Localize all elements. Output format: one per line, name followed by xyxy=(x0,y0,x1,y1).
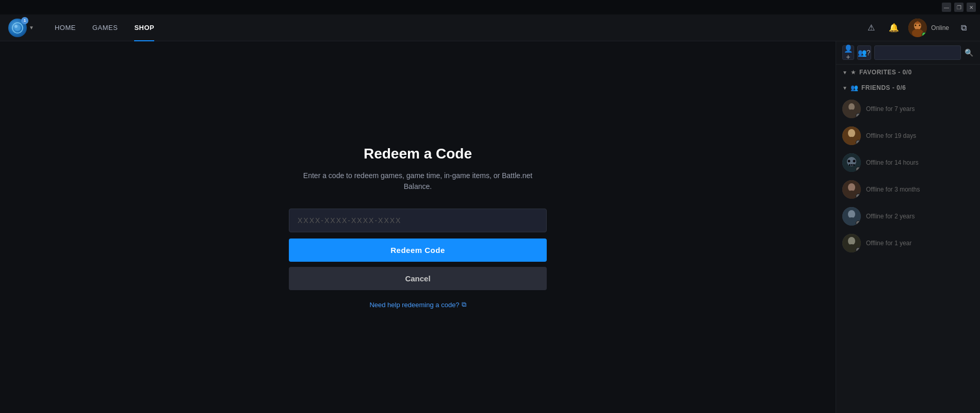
add-friend-button[interactable]: 👤+ xyxy=(842,45,854,60)
friend-info: Offline for 19 days xyxy=(866,132,916,139)
list-item[interactable]: Offline for 19 days xyxy=(836,122,980,149)
restore-button[interactable]: ❐ xyxy=(954,3,963,12)
offline-status-dot xyxy=(856,220,861,226)
friend-info: Offline for 3 months xyxy=(866,186,920,193)
friend-info: Offline for 2 years xyxy=(866,213,915,220)
svg-point-23 xyxy=(848,183,855,192)
favorites-section-label: Favorites - 0/0 xyxy=(859,69,912,76)
offline-status-dot xyxy=(856,140,861,145)
logo-chevron-icon: ▼ xyxy=(29,25,34,30)
list-item[interactable]: Offline for 2 years xyxy=(836,203,980,230)
nav-item-games[interactable]: GAMES xyxy=(84,14,126,41)
right-sidebar: 👤+ 👥? 🔍 ▼ ★ Favorites - 0/0 ▼ 👥 xyxy=(836,41,980,413)
help-link[interactable]: Need help redeeming a code? ⧉ xyxy=(369,300,466,309)
svg-rect-20 xyxy=(851,164,853,166)
svg-point-7 xyxy=(915,24,917,26)
help-external-icon: ⧉ xyxy=(462,300,466,309)
page-title: Redeem a Code xyxy=(364,146,472,162)
title-bar: — ❐ ✕ xyxy=(0,0,980,14)
content-area: Redeem a Code Enter a code to redeem gam… xyxy=(0,41,980,413)
add-friend-icon: 👤+ xyxy=(843,44,854,61)
svg-point-18 xyxy=(853,160,856,163)
friends-section-header[interactable]: ▼ 👥 Friends - 0/6 xyxy=(836,80,980,96)
svg-rect-19 xyxy=(849,164,851,166)
minimize-button[interactable]: — xyxy=(942,3,951,12)
friends-section-label: Friends - 0/6 xyxy=(861,84,906,91)
list-item[interactable]: Offline for 3 months xyxy=(836,176,980,203)
redeem-subtitle: Enter a code to redeem games, game time,… xyxy=(289,170,547,192)
external-link-icon: ⧉ xyxy=(961,23,967,33)
find-friend-icon: 👥? xyxy=(858,49,871,57)
search-button[interactable]: 🔍 xyxy=(964,45,974,60)
favorites-section-header[interactable]: ▼ ★ Favorites - 0/0 xyxy=(836,65,980,80)
warning-button[interactable]: ⚠ xyxy=(863,20,879,36)
avatar xyxy=(842,207,861,226)
svg-point-26 xyxy=(848,210,855,218)
avatar xyxy=(842,180,861,199)
avatar xyxy=(842,234,861,252)
search-input[interactable] xyxy=(874,45,961,60)
warning-icon: ⚠ xyxy=(868,23,875,33)
favorites-star-icon: ★ xyxy=(851,69,856,76)
online-status-dot xyxy=(922,32,927,37)
list-item[interactable]: Offline for 7 years xyxy=(836,96,980,122)
friends-chevron-icon: ▼ xyxy=(842,85,847,91)
friend-info: Offline for 14 hours xyxy=(866,159,919,166)
close-button[interactable]: ✕ xyxy=(967,3,976,12)
avatar xyxy=(842,100,861,118)
avatar xyxy=(842,126,861,145)
bell-icon: 🔔 xyxy=(889,23,899,33)
logo-badge: 1 xyxy=(21,17,28,24)
nav-item-home[interactable]: HOME xyxy=(46,14,84,41)
top-nav: 1 ▼ HOME GAMES SHOP ⚠ 🔔 xyxy=(0,14,980,41)
friend-info: Offline for 1 year xyxy=(866,240,912,247)
svg-point-17 xyxy=(848,160,851,163)
help-link-text: Need help redeeming a code? xyxy=(369,301,459,309)
avatar xyxy=(842,153,861,172)
find-friend-button[interactable]: 👥? xyxy=(857,45,871,60)
friend-status-text: Offline for 7 years xyxy=(866,105,915,113)
offline-status-dot xyxy=(856,247,861,252)
offline-status-dot xyxy=(856,194,861,199)
main-content: Redeem a Code Enter a code to redeem gam… xyxy=(0,41,836,413)
sidebar-header: 👤+ 👥? 🔍 xyxy=(836,41,980,65)
svg-point-30 xyxy=(846,244,857,251)
friend-status-text: Offline for 1 year xyxy=(866,240,912,247)
svg-point-10 xyxy=(848,103,855,110)
svg-point-2 xyxy=(14,25,18,28)
svg-point-13 xyxy=(848,129,855,137)
avatar xyxy=(908,19,927,37)
search-icon: 🔍 xyxy=(965,49,973,57)
redeem-container: Redeem a Code Enter a code to redeem gam… xyxy=(289,146,547,309)
offline-status-dot xyxy=(856,113,861,118)
code-input[interactable] xyxy=(289,209,547,232)
friends-group-icon: 👥 xyxy=(851,84,858,91)
svg-point-24 xyxy=(846,190,857,198)
svg-rect-21 xyxy=(853,164,855,166)
cancel-button[interactable]: Cancel xyxy=(289,267,547,290)
svg-point-14 xyxy=(846,137,857,144)
external-link-button[interactable]: ⧉ xyxy=(955,20,972,36)
nav-item-shop[interactable]: SHOP xyxy=(126,14,162,41)
svg-point-8 xyxy=(919,24,921,26)
friend-status-text: Offline for 3 months xyxy=(866,186,920,193)
nav-right: ⚠ 🔔 xyxy=(863,19,972,37)
profile-status-text: Online xyxy=(931,24,949,31)
friend-status-text: Offline for 2 years xyxy=(866,213,915,220)
friend-info: Offline for 7 years xyxy=(866,105,915,113)
logo-area[interactable]: 1 ▼ xyxy=(8,19,34,37)
list-item[interactable]: Offline for 14 hours xyxy=(836,149,980,176)
nav-items: HOME GAMES SHOP xyxy=(46,14,863,41)
friend-status-text: Offline for 19 days xyxy=(866,132,916,139)
list-item[interactable]: Offline for 1 year xyxy=(836,230,980,257)
profile-area[interactable]: Online xyxy=(908,19,949,37)
offline-status-dot xyxy=(856,167,861,172)
redeem-code-button[interactable]: Redeem Code xyxy=(289,239,547,262)
svg-point-29 xyxy=(848,237,855,245)
notification-button[interactable]: 🔔 xyxy=(886,20,902,36)
friend-status-text: Offline for 14 hours xyxy=(866,159,919,166)
svg-point-27 xyxy=(846,217,857,225)
favorites-chevron-icon: ▼ xyxy=(842,70,847,75)
svg-point-11 xyxy=(846,109,857,117)
app-layout: 1 ▼ HOME GAMES SHOP ⚠ 🔔 xyxy=(0,14,980,413)
